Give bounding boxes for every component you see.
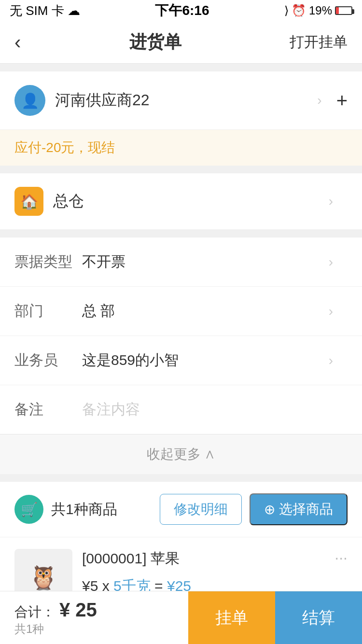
supplier-avatar: 👤 (14, 85, 45, 116)
status-time: 下午6:16 (155, 1, 209, 20)
collapse-button[interactable]: 收起更多 ∧ (0, 434, 362, 474)
battery-label: 19% (309, 4, 332, 17)
open-pending-button[interactable]: 打开挂单 (290, 32, 348, 52)
total-label: 合计： (14, 604, 55, 619)
add-supplier-button[interactable]: + (336, 91, 348, 110)
dept-row[interactable]: 部门 总 部 › (0, 286, 362, 336)
page-title: 进货单 (129, 30, 181, 54)
form-section: 票据类型 不开票 › 部门 总 部 › 业务员 这是859的小智 › 备注 备注… (0, 237, 362, 434)
warehouse-section: 🏠 总仓 › (0, 173, 362, 229)
product-more-button[interactable]: ··· (334, 549, 348, 567)
hang-order-button[interactable]: 挂单 (188, 591, 275, 644)
dept-value: 总 部 (82, 301, 329, 321)
product-owl-icon: 🦉 (29, 564, 58, 591)
product-name: [0000001] 苹果 (82, 549, 325, 569)
divider-3 (0, 229, 362, 237)
staff-row[interactable]: 业务员 这是859的小智 › (0, 336, 362, 385)
back-button[interactable]: ‹ (14, 31, 21, 53)
invoice-row[interactable]: 票据类型 不开票 › (0, 237, 362, 286)
product-header: 🛒 共1种商品 修改明细 ⊕ 选择商品 (0, 482, 362, 537)
warehouse-icon: 🏠 (14, 187, 43, 216)
edit-detail-button[interactable]: 修改明细 (160, 494, 242, 525)
warehouse-row[interactable]: 🏠 总仓 › (0, 173, 362, 229)
status-left: 无 SIM 卡 ☁ (10, 2, 80, 19)
supplier-row[interactable]: 👤 河南供应商22 › + (0, 71, 362, 130)
footer: 合计： ¥ 25 共1种 挂单 结算 (0, 591, 362, 644)
footer-total-area: 合计： ¥ 25 共1种 (0, 599, 188, 637)
product-count: 共1种商品 (51, 500, 160, 519)
battery-icon (335, 6, 352, 15)
remark-label: 备注 (14, 400, 82, 420)
staff-label: 业务员 (14, 350, 82, 370)
select-product-icon: ⊕ (264, 502, 275, 518)
product-icon: 🛒 (14, 495, 43, 524)
total-count: 共1种 (14, 621, 174, 637)
avatar-icon: 👤 (21, 92, 39, 109)
divider-2 (0, 166, 362, 173)
invoice-label: 票据类型 (14, 252, 82, 272)
divider-4 (0, 474, 362, 482)
checkout-button[interactable]: 结算 (275, 591, 362, 644)
status-bar: 无 SIM 卡 ☁ 下午6:16 ⟩ ⏰ 19% (0, 0, 362, 21)
remark-input[interactable]: 备注内容 (82, 400, 348, 420)
footer-total-row: 合计： ¥ 25 (14, 599, 174, 621)
supplier-section: 👤 河南供应商22 › + 应付-20元，现结 (0, 71, 362, 166)
supplier-chevron-icon: › (317, 93, 321, 108)
alarm-icon: ⏰ (292, 4, 306, 17)
staff-chevron-icon: › (329, 353, 333, 368)
supplier-info-banner: 应付-20元，现结 (0, 130, 362, 166)
warehouse-name: 总仓 (53, 191, 329, 212)
warehouse-chevron-icon: › (329, 194, 333, 209)
select-product-button[interactable]: ⊕ 选择商品 (250, 493, 348, 525)
invoice-value: 不开票 (82, 252, 329, 272)
sim-label: 无 SIM 卡 ☁ (10, 2, 80, 19)
nav-bar: ‹ 进货单 打开挂单 (0, 21, 362, 64)
dept-label: 部门 (14, 301, 82, 321)
supplier-name: 河南供应商22 (55, 90, 317, 111)
remark-row[interactable]: 备注 备注内容 (0, 385, 362, 434)
staff-value: 这是859的小智 (82, 350, 329, 370)
cart-icon: 🛒 (21, 502, 38, 518)
total-amount: ¥ 25 (59, 599, 97, 620)
status-right: ⟩ ⏰ 19% (284, 4, 352, 17)
invoice-chevron-icon: › (329, 254, 333, 270)
dept-chevron-icon: › (329, 304, 333, 319)
divider-1 (0, 64, 362, 71)
product-info: [0000001] 苹果 ¥5 x 5千克 = ¥25 (82, 549, 325, 596)
location-icon: ⟩ (284, 4, 289, 17)
